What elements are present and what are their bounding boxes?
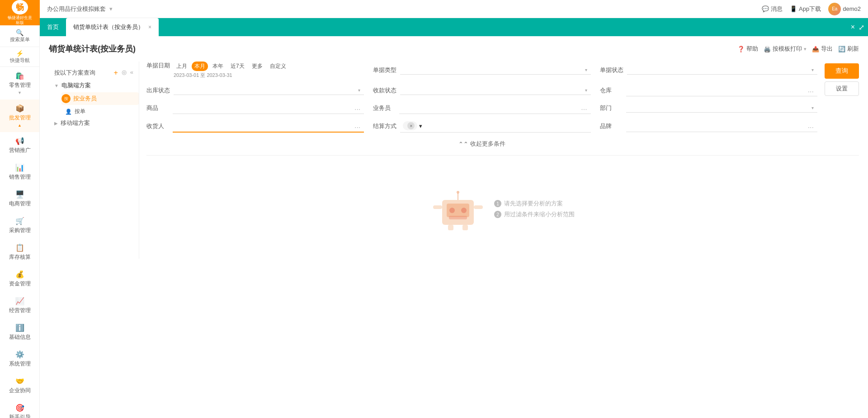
filter-actions: 查询 设置 — [817, 62, 859, 152]
app-download-btn[interactable]: 📱 App下载 — [790, 5, 821, 13]
tabbar: 首页 销货单统计表（按业务员） × × ⤢ — [40, 18, 868, 36]
filter-receipt-status: 收款状态 ▾ — [373, 84, 590, 96]
date-buttons: 上月 本月 本年 近7天 更多 自定义 — [174, 62, 364, 71]
topbar-dropdown-icon[interactable]: ▾ — [109, 5, 113, 12]
collapse-panel-icon[interactable]: « — [130, 69, 133, 77]
query-button[interactable]: 查询 — [825, 63, 859, 79]
bill-type-select[interactable]: ▾ — [400, 66, 590, 75]
bill-type-caret: ▾ — [585, 67, 587, 72]
goods-dots: ... — [354, 104, 360, 112]
window-close-icon[interactable]: × — [851, 23, 855, 31]
out-status-select[interactable]: ▾ — [174, 86, 364, 95]
svg-rect-8 — [474, 205, 483, 209]
user-info[interactable]: Ea demo2 — [828, 3, 861, 15]
salesman-select[interactable]: ... — [399, 102, 590, 114]
sidebar-item-sales[interactable]: 📊 销售管理 — [0, 159, 39, 185]
window-maximize-icon[interactable]: ⤢ — [859, 23, 864, 32]
brand-select[interactable]: ... — [626, 120, 817, 132]
company-name: 办公用品行业模拟账套 — [47, 5, 106, 13]
btn-this-year[interactable]: 本年 — [210, 62, 226, 71]
btn-custom[interactable]: 自定义 — [267, 62, 289, 71]
settlement-field[interactable]: × ▾ — [400, 119, 590, 133]
pc-section-node[interactable]: ▼ 电脑端方案 — [49, 80, 139, 91]
brand-label: 品牌 — [600, 122, 623, 130]
consignee-select[interactable]: ... — [173, 120, 364, 133]
sidebar-item-inventory[interactable]: 📋 库存核算 — [0, 239, 39, 266]
svg-point-6 — [457, 191, 459, 194]
svg-rect-7 — [433, 205, 442, 209]
messages-btn[interactable]: 💬 消息 — [762, 5, 783, 13]
page-actions: ❓ 帮助 🖨️ 按模板打印 ▾ 📤 导出 � — [737, 45, 859, 53]
print-dropdown-icon[interactable]: ▾ — [804, 46, 807, 52]
date-label: 单据日期 — [146, 62, 170, 70]
btn-this-month[interactable]: 本月 — [192, 62, 208, 71]
btn-prev-month[interactable]: 上月 — [174, 62, 190, 71]
mobile-section-node[interactable]: ▶ 移动端方案 — [49, 117, 139, 129]
sidebar-item-cooperation[interactable]: 🤝 企业协同 — [0, 372, 39, 399]
collapse-icon: ⌃⌃ — [458, 141, 468, 147]
quick-nav-item[interactable]: ⚡ 快捷导航 — [0, 47, 39, 67]
sidebar-item-management[interactable]: 📈 经营管理 — [0, 292, 39, 319]
panel-icons: + ◎ « — [113, 69, 133, 77]
sidebar-item-marketing[interactable]: 📢 营销推广 — [0, 132, 39, 159]
btn-more[interactable]: 更多 — [249, 62, 265, 71]
help-btn[interactable]: ❓ 帮助 — [737, 45, 758, 53]
date-range-display: 2023-03-01 至 2023-03-31 — [174, 72, 364, 79]
sidebar-item-retail[interactable]: 🛍️ 零售管理 ▼ — [0, 67, 39, 100]
filter-bill-type: 单据类型 ▾ — [373, 62, 590, 79]
plan-item-salesman[interactable]: 按 按业务员 — [61, 92, 139, 105]
receipt-status-label: 收款状态 — [373, 86, 396, 95]
consignee-label: 收货人 — [146, 122, 169, 130]
sidebar-item-finance[interactable]: 💰 资金管理 — [0, 266, 39, 292]
plan-item-by-order[interactable]: 👤 按单 — [61, 106, 139, 117]
tab-active[interactable]: 销货单统计表（按业务员） × — [66, 18, 159, 36]
warehouse-label: 仓库 — [600, 86, 623, 95]
tab-close-icon[interactable]: × — [148, 24, 151, 30]
sidebar-item-wholesale[interactable]: 📦 批发管理 ▲ — [0, 100, 39, 132]
search-menu-item[interactable]: 🔍 搜索菜单 — [0, 25, 39, 47]
tip-num-1: 1 — [494, 200, 501, 207]
receipt-status-select[interactable]: ▾ — [400, 86, 590, 95]
refresh-btn[interactable]: 🔄 刷新 — [838, 45, 859, 53]
tip-num-2: 2 — [494, 211, 501, 218]
export-btn[interactable]: 📤 导出 — [812, 45, 833, 53]
sidebar-item-guide[interactable]: 🎯 新手引导 — [0, 399, 39, 418]
sidebar-item-purchase[interactable]: 🛒 采购管理 — [0, 212, 39, 239]
filter-consignee: 收货人 ... — [146, 119, 364, 133]
copy-plan-icon[interactable]: ◎ — [122, 69, 127, 77]
sidebar-item-basic[interactable]: ℹ️ 基础信息 — [0, 319, 39, 346]
topbar-left: 办公用品行业模拟账套 ▾ — [47, 5, 113, 13]
download-icon: 📱 — [790, 5, 797, 12]
warehouse-select[interactable]: ... — [626, 84, 817, 96]
logo-text: 畅捷通好生意 标版 — [8, 15, 32, 25]
tab-home[interactable]: 首页 — [40, 18, 66, 36]
print-btn[interactable]: 🖨️ 按模板打印 ▾ — [764, 45, 807, 53]
salesman-dots: ... — [581, 104, 587, 112]
message-icon: 💬 — [762, 5, 769, 12]
right-panel: 单据日期 上月 本月 本年 近7天 更多 — [139, 62, 859, 259]
content-divider — [146, 155, 859, 156]
filter-row-1: 单据日期 上月 本月 本年 近7天 更多 — [146, 62, 817, 79]
btn-7days[interactable]: 近7天 — [228, 62, 247, 71]
setting-button[interactable]: 设置 — [825, 81, 859, 96]
svg-point-3 — [461, 208, 467, 213]
svg-rect-10 — [462, 225, 468, 230]
filter-row-2: 出库状态 ▾ 收款状态 — [146, 84, 817, 96]
content-area: 按以下方案查询 + ◎ « ▼ 电脑端方案 — [49, 62, 859, 259]
add-plan-icon[interactable]: + — [113, 69, 118, 77]
page-inner: 销货单统计表(按业务员) ❓ 帮助 🖨️ 按模板打印 ▾ 📤 — [40, 36, 868, 418]
department-select[interactable]: ▾ — [626, 104, 817, 113]
tree-children: 按 按业务员 👤 按单 — [49, 92, 139, 117]
filter-form: 单据日期 上月 本月 本年 近7天 更多 — [146, 62, 817, 152]
sidebar-item-ecommerce[interactable]: 🖥️ 电商管理 — [0, 185, 39, 212]
sidebar-item-system[interactable]: ⚙️ 系统管理 — [0, 346, 39, 372]
salesman-label: 业务员 — [373, 104, 396, 112]
svg-point-2 — [449, 208, 455, 213]
goods-select[interactable]: ... — [173, 102, 364, 114]
page-content: 销货单统计表(按业务员) ❓ 帮助 🖨️ 按模板打印 ▾ 📤 — [40, 36, 868, 418]
collapse-conditions-btn[interactable]: ⌃⌃ 收起更多条件 — [146, 136, 817, 152]
svg-rect-9 — [448, 225, 453, 230]
tag-close-btn[interactable]: × — [407, 122, 415, 129]
print-icon: 🖨️ — [764, 46, 771, 52]
bill-status-select[interactable]: ▾ — [627, 66, 817, 75]
